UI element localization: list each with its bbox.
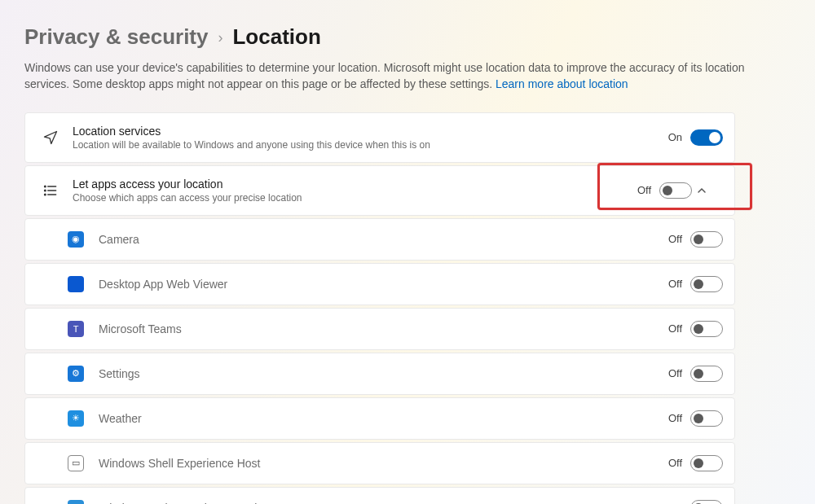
- page-description: Windows can use your device's capabiliti…: [24, 59, 758, 93]
- app-toggle[interactable]: [690, 321, 723, 337]
- app-row[interactable]: ⚙SettingsOff: [24, 353, 735, 395]
- app-icon: ⚙: [68, 366, 84, 382]
- page-title: Location: [232, 24, 320, 50]
- row-let-apps-access[interactable]: Let apps access your location Choose whi…: [24, 165, 735, 216]
- app-list: ◉CameraOffDesktop App Web ViewerOffTMicr…: [24, 218, 735, 504]
- app-row[interactable]: ▭Windows Shell Experience HostOff: [24, 442, 735, 484]
- app-name-label: Weather: [84, 412, 668, 425]
- app-row[interactable]: TMicrosoft TeamsOff: [24, 308, 735, 350]
- toggle-state-label: Off: [668, 367, 682, 379]
- app-name-label: Windows Web Experience Pack: [84, 502, 668, 504]
- svg-point-0: [45, 186, 46, 187]
- description-text: Windows can use your device's capabiliti…: [24, 61, 745, 90]
- breadcrumb: Privacy & security › Location: [24, 24, 791, 50]
- app-row[interactable]: Desktop App Web ViewerOff: [24, 263, 735, 305]
- app-name-label: Camera: [84, 233, 668, 246]
- let-apps-toggle[interactable]: [659, 182, 692, 199]
- list-icon: [37, 182, 64, 199]
- app-icon: ◉: [68, 231, 84, 248]
- svg-point-4: [45, 194, 46, 195]
- app-row[interactable]: ⬇Windows Web Experience PackOff: [24, 487, 735, 504]
- app-icon: T: [68, 321, 84, 337]
- app-toggle[interactable]: [690, 410, 723, 427]
- app-icon: ▭: [68, 455, 84, 471]
- navigation-arrow-icon: [37, 129, 64, 146]
- app-name-label: Windows Shell Experience Host: [84, 457, 668, 470]
- row-title: Location services: [73, 125, 668, 138]
- toggle-state-label: Off: [637, 184, 651, 196]
- toggle-state-label: Off: [668, 412, 682, 424]
- app-row[interactable]: ◉CameraOff: [24, 218, 735, 261]
- toggle-state-label: Off: [668, 322, 682, 335]
- row-subtitle: Choose which apps can access your precis…: [73, 192, 637, 204]
- app-toggle[interactable]: [690, 455, 723, 471]
- svg-point-2: [45, 190, 46, 191]
- chevron-up-icon[interactable]: [697, 186, 723, 195]
- app-toggle[interactable]: [690, 276, 723, 292]
- toggle-state-label: Off: [668, 278, 682, 290]
- app-name-label: Microsoft Teams: [84, 322, 668, 335]
- app-icon: ☀: [68, 410, 84, 427]
- app-toggle[interactable]: [690, 366, 723, 382]
- row-title: Let apps access your location: [73, 177, 637, 191]
- toggle-state-label: Off: [668, 233, 682, 245]
- app-name-label: Desktop App Web Viewer: [84, 278, 668, 291]
- app-toggle[interactable]: [690, 231, 723, 248]
- breadcrumb-parent[interactable]: Privacy & security: [24, 24, 208, 50]
- chevron-right-icon: ›: [218, 29, 222, 46]
- row-subtitle: Location will be available to Windows an…: [73, 139, 668, 151]
- toggle-state-label: Off: [668, 457, 682, 469]
- app-toggle[interactable]: [690, 500, 723, 504]
- toggle-state-label: On: [668, 131, 682, 143]
- learn-more-link[interactable]: Learn more about location: [496, 77, 628, 90]
- app-row[interactable]: ☀WeatherOff: [24, 397, 735, 440]
- settings-panel: Location services Location will be avail…: [24, 112, 735, 504]
- location-services-toggle[interactable]: [690, 129, 723, 146]
- app-icon: ⬇: [68, 500, 84, 504]
- app-name-label: Settings: [84, 367, 668, 380]
- row-location-services[interactable]: Location services Location will be avail…: [24, 112, 735, 163]
- app-icon: [68, 276, 84, 292]
